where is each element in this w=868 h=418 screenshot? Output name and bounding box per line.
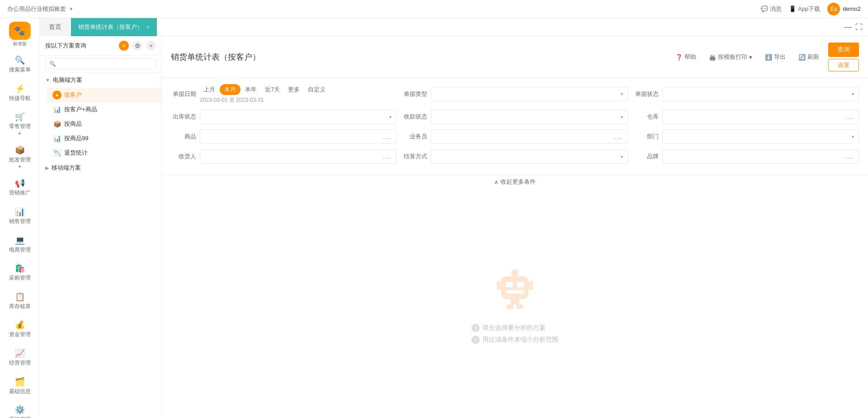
- sidebar-item-basic[interactable]: 🗂️ 基础信息: [2, 372, 38, 400]
- filter-warehouse-input[interactable]: ...: [662, 109, 859, 124]
- sidebar-item-purchase[interactable]: 🛍️ 采购管理: [2, 259, 38, 286]
- user-profile[interactable]: Ea demo2: [827, 3, 861, 15]
- tree-item-by-customer[interactable]: ● 按客户: [47, 88, 161, 102]
- retail-icon: 🛒: [15, 112, 25, 122]
- help-icon: ❓: [675, 54, 683, 61]
- tab-home[interactable]: 首页: [40, 18, 71, 36]
- retail-label: 零售管理: [9, 123, 31, 130]
- tab-close-button[interactable]: ×: [146, 24, 150, 30]
- sidebar-item-ecommerce[interactable]: 💻 电商管理: [2, 231, 38, 258]
- tab-active-label: 销货单统计表（按客户）: [78, 23, 143, 31]
- filter-out-status-cell: 出库状态 ▾: [171, 109, 396, 124]
- date-btn-last-7[interactable]: 近7天: [261, 84, 283, 95]
- filter-payment-method-input[interactable]: ▾: [431, 149, 627, 164]
- filter-receiver-input[interactable]: ...: [200, 149, 396, 164]
- filter-doc-type-label: 单据类型: [402, 90, 427, 98]
- svg-rect-5: [497, 281, 501, 290]
- filter-doc-type-input[interactable]: ▾: [431, 87, 627, 101]
- filter-brand-input[interactable]: ...: [662, 149, 859, 164]
- settings-scheme-button[interactable]: ⚙: [132, 41, 142, 51]
- app-name: 办公用品行业模拟账套: [7, 5, 66, 13]
- doc-type-chevron: ▾: [621, 91, 623, 96]
- tree-item-by-product-99[interactable]: 📊 按商品99: [47, 131, 161, 146]
- sidebar-item-quicknav[interactable]: ⚡ 快捷导航: [2, 79, 38, 107]
- svg-rect-6: [528, 281, 533, 290]
- inventory-label: 库存核算: [9, 303, 31, 310]
- filter-date-cell: 单据日期 上月 本月 本年 近7天 更多 自定义: [171, 84, 396, 104]
- product-dots[interactable]: ...: [383, 133, 392, 141]
- warehouse-dots[interactable]: ...: [845, 113, 854, 121]
- item-icon: 📦: [52, 119, 61, 128]
- settings-button[interactable]: 设置: [828, 59, 859, 71]
- filter-payment-method-label: 结算方式: [402, 152, 427, 161]
- message-button[interactable]: 💬 消息: [761, 5, 782, 13]
- help-button[interactable]: ❓ 帮助: [672, 51, 700, 63]
- salesperson-dots[interactable]: ...: [614, 133, 623, 141]
- filter-out-status-input[interactable]: ▾: [200, 109, 396, 124]
- add-scheme-button[interactable]: +: [119, 41, 129, 51]
- tree-mobile-group[interactable]: ▶ 移动端方案: [40, 160, 161, 176]
- query-button[interactable]: 查询: [828, 43, 859, 57]
- minimize-button[interactable]: —: [844, 23, 852, 31]
- date-btn-more[interactable]: 更多: [284, 84, 303, 95]
- sidebar-item-wholesale[interactable]: 📦 批发管理 ▲: [2, 141, 38, 173]
- maximize-button[interactable]: ⛶: [855, 23, 863, 31]
- tree-item-by-product[interactable]: 📦 按商品: [47, 117, 161, 131]
- ecommerce-label: 电商管理: [9, 247, 31, 254]
- date-btn-last-month[interactable]: 上月: [200, 84, 219, 95]
- receiver-dots[interactable]: ...: [383, 152, 392, 161]
- search-icon: 🔍: [15, 55, 25, 65]
- filter-department-input[interactable]: ▾: [662, 129, 859, 144]
- tree-desktop-group[interactable]: ▼ 电脑端方案: [40, 72, 161, 88]
- export-icon: ⬇️: [765, 54, 772, 61]
- app-dropdown-icon[interactable]: ▾: [70, 5, 73, 12]
- collapse-filter-button[interactable]: ∧ 收起更多条件: [162, 175, 868, 189]
- scheme-search-input[interactable]: 🔍: [45, 58, 156, 69]
- message-icon: 💬: [761, 5, 768, 12]
- svg-rect-2: [517, 282, 524, 287]
- filter-doc-status-input[interactable]: ▾: [662, 87, 859, 101]
- filter-collection-status-input[interactable]: ▾: [431, 109, 627, 124]
- brand-dots[interactable]: ...: [845, 152, 854, 161]
- date-quick-buttons: 上月 本月 本年 近7天 更多 自定义: [200, 84, 396, 95]
- search-icon-small: 🔍: [49, 61, 56, 67]
- sidebar-item-search[interactable]: 🔍 搜索菜单: [2, 51, 38, 78]
- topbar-right: 💬 消息 📱 App下载 Ea demo2: [761, 3, 861, 15]
- export-label: 导出: [774, 53, 786, 61]
- sales-label: 销售管理: [9, 218, 31, 225]
- sidebar-item-inventory[interactable]: 📋 库存核算: [2, 287, 38, 315]
- date-btn-this-month[interactable]: 本月: [220, 84, 241, 95]
- topbar-left: 办公用品行业模拟账套 ▾: [7, 5, 73, 13]
- left-panel: 按以下方案查询 + ⚙ « 🔍 ▼: [40, 36, 162, 418]
- filter-salesperson-input[interactable]: ...: [431, 129, 627, 144]
- payment-method-chevron: ▾: [621, 154, 623, 159]
- sidebar-item-sales[interactable]: 📊 销售管理: [2, 202, 38, 230]
- scheme-search: 🔍: [40, 56, 161, 72]
- refresh-button[interactable]: 🔄 刷新: [795, 51, 823, 63]
- tab-active[interactable]: 销货单统计表（按客户） ×: [71, 18, 157, 36]
- date-btn-this-year[interactable]: 本年: [241, 84, 260, 95]
- basic-icon: 🗂️: [15, 377, 25, 387]
- filter-brand-cell: 品牌 ...: [633, 149, 859, 164]
- date-btn-custom[interactable]: 自定义: [304, 84, 329, 95]
- app-download-button[interactable]: 📱 App下载: [789, 5, 820, 13]
- filter-product-input[interactable]: ...: [200, 129, 396, 144]
- sidebar-item-operations[interactable]: 📈 经营管理: [2, 344, 38, 371]
- filter-salesperson-cell: 业务员 ...: [402, 129, 627, 144]
- export-button[interactable]: ⬇️ 导出: [761, 51, 789, 63]
- sidebar-item-retail[interactable]: 🛒 零售管理 ▲: [2, 107, 38, 140]
- filter-out-status-label: 出库状态: [171, 113, 196, 121]
- tree-item-by-customer-product[interactable]: 📊 按客户+商品: [47, 102, 161, 117]
- sidebar-item-finance[interactable]: 💰 资金管理: [2, 315, 38, 343]
- tree-item-return-stats[interactable]: 📉 退货统计: [47, 146, 161, 160]
- marketing-label: 营销推广: [9, 190, 31, 197]
- collapse-panel-button[interactable]: «: [146, 41, 156, 51]
- sidebar-item-system[interactable]: ⚙️ 系统管理: [2, 400, 38, 418]
- filter-collection-status-cell: 收款状态 ▾: [402, 109, 627, 124]
- main-panel: 销货单统计表（按客户） ❓ 帮助 🖨️ 按模板打印 ▾: [162, 36, 868, 418]
- sidebar-item-marketing[interactable]: 📢 营销推广: [2, 174, 38, 201]
- main-header: 销货单统计表（按客户） ❓ 帮助 🖨️ 按模板打印 ▾: [162, 36, 868, 78]
- out-status-chevron: ▾: [389, 114, 392, 119]
- tab-home-label: 首页: [49, 23, 61, 31]
- template-print-button[interactable]: 🖨️ 按模板打印 ▾: [705, 51, 756, 63]
